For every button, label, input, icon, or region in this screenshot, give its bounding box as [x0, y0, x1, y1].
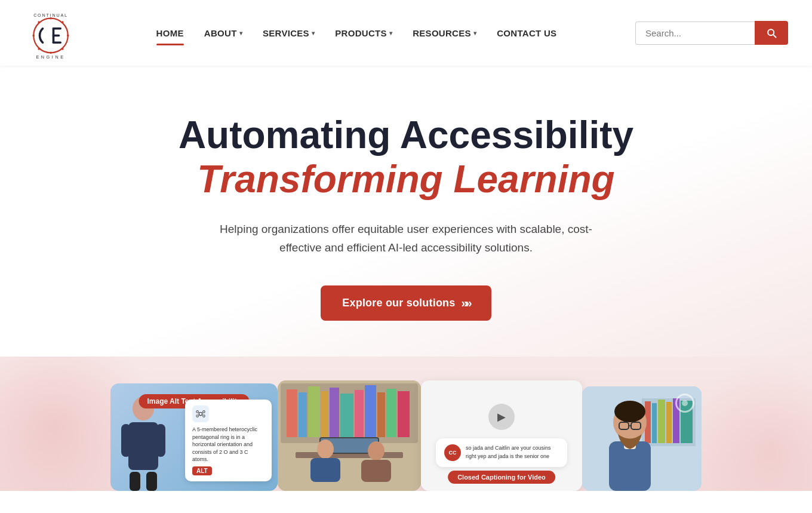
svg-rect-41	[386, 389, 396, 437]
scroll-dot	[682, 400, 688, 406]
products-chevron-icon: ▾	[389, 30, 392, 36]
nav-resources[interactable]: RESOURCES ▾	[404, 23, 485, 43]
svg-rect-39	[365, 385, 376, 437]
svg-point-7	[61, 21, 64, 23]
alt-text-description: A 5-membered heterocyclic pentagonal rin…	[192, 426, 264, 463]
svg-point-22	[196, 411, 199, 413]
search-icon	[765, 27, 777, 39]
nav-services[interactable]: SERVICES ▾	[254, 23, 323, 43]
play-button-icon: ▶	[488, 404, 515, 430]
cards-section: Image Alt Text Accessibility	[0, 357, 812, 491]
about-chevron-icon: ▾	[239, 30, 242, 36]
card4-background: PPT	[582, 386, 702, 491]
arrows-icon: »»	[461, 296, 469, 310]
alt-text-box: A 5-membered heterocyclic pentagonal rin…	[185, 400, 272, 481]
caption-bubble: CC so jada and Caitlin are your cousins …	[436, 438, 567, 467]
svg-rect-32	[287, 389, 297, 437]
alt-label-badge: ALT	[192, 466, 212, 475]
hero-subtitle: Helping organizations offer equitable us…	[215, 220, 597, 257]
svg-rect-37	[340, 394, 353, 437]
logo-area: CONTINUAL ENGINE	[24, 6, 78, 60]
nav-products[interactable]: PRODUCTS ▾	[327, 23, 401, 43]
svg-rect-19	[130, 472, 140, 491]
alt-text-box-header	[192, 406, 264, 422]
svg-rect-59	[666, 402, 672, 443]
caption-text: so jada and Caitlin are your cousins rig…	[466, 444, 551, 460]
nav-contact[interactable]: CONTACT US	[488, 23, 565, 43]
svg-rect-33	[299, 392, 307, 437]
svg-point-9	[61, 48, 64, 50]
svg-rect-49	[361, 460, 391, 482]
svg-line-27	[202, 413, 203, 413]
explore-solutions-button[interactable]: Explore our solutions »»	[321, 285, 491, 321]
svg-point-48	[368, 441, 385, 460]
closed-caption-label: Closed Captioning for Video	[448, 471, 555, 484]
card2-background	[278, 380, 421, 491]
svg-rect-58	[658, 400, 665, 443]
main-nav: HOME ABOUT ▾ SERVICES ▾ PRODUCTS ▾ RESOU…	[78, 23, 635, 43]
svg-line-26	[198, 413, 199, 413]
svg-line-28	[198, 414, 199, 415]
svg-point-24	[196, 415, 199, 417]
logo-icon[interactable]: CONTINUAL ENGINE	[24, 6, 78, 60]
svg-rect-17	[121, 424, 131, 457]
card-person-video	[278, 380, 421, 491]
svg-point-12	[32, 35, 35, 37]
svg-point-25	[203, 415, 205, 417]
nav-home[interactable]: HOME	[148, 23, 192, 43]
svg-point-21	[199, 412, 202, 415]
search-input[interactable]	[635, 21, 755, 45]
hero-heading: Automating Accessibility Transforming Le…	[24, 113, 788, 201]
svg-rect-57	[652, 403, 657, 443]
svg-point-11	[38, 48, 40, 50]
molecule-icon	[192, 406, 209, 422]
card-image-alt: Image Alt Text Accessibility	[110, 383, 278, 491]
card-closed-caption: ▶ CC so jada and Caitlin are your cousin…	[421, 380, 582, 491]
svg-text:CONTINUAL: CONTINUAL	[33, 13, 68, 18]
svg-point-6	[50, 17, 52, 20]
person1-illustration	[116, 395, 170, 491]
svg-rect-47	[310, 458, 340, 482]
svg-rect-20	[146, 472, 157, 491]
svg-rect-18	[156, 424, 165, 457]
svg-point-63	[614, 401, 645, 422]
svg-rect-35	[321, 391, 328, 437]
svg-point-46	[317, 440, 334, 459]
hero-section: Automating Accessibility Transforming Le…	[0, 66, 812, 357]
svg-rect-16	[128, 422, 158, 470]
svg-rect-42	[398, 391, 410, 437]
nav-about[interactable]: ABOUT ▾	[196, 23, 251, 43]
svg-rect-40	[377, 392, 385, 437]
person-laptop-illustration	[278, 380, 421, 491]
svg-line-29	[202, 414, 203, 415]
svg-rect-38	[355, 390, 364, 437]
card-ppt: PPT	[582, 386, 702, 491]
svg-rect-34	[308, 386, 320, 437]
svg-point-8	[67, 35, 69, 37]
resources-chevron-icon: ▾	[473, 30, 476, 36]
svg-rect-36	[330, 388, 339, 437]
svg-point-13	[38, 21, 40, 23]
svg-point-23	[203, 411, 205, 413]
search-area	[635, 21, 788, 45]
search-button[interactable]	[755, 21, 788, 45]
cc-avatar: CC	[444, 444, 461, 461]
cards-row: Image Alt Text Accessibility	[0, 380, 812, 491]
svg-text:ENGINE: ENGINE	[36, 54, 65, 60]
services-chevron-icon: ▾	[312, 30, 315, 36]
svg-point-10	[50, 52, 52, 54]
site-header: CONTINUAL ENGINE HOME ABOUT	[0, 0, 812, 66]
scroll-indicator	[675, 394, 694, 413]
